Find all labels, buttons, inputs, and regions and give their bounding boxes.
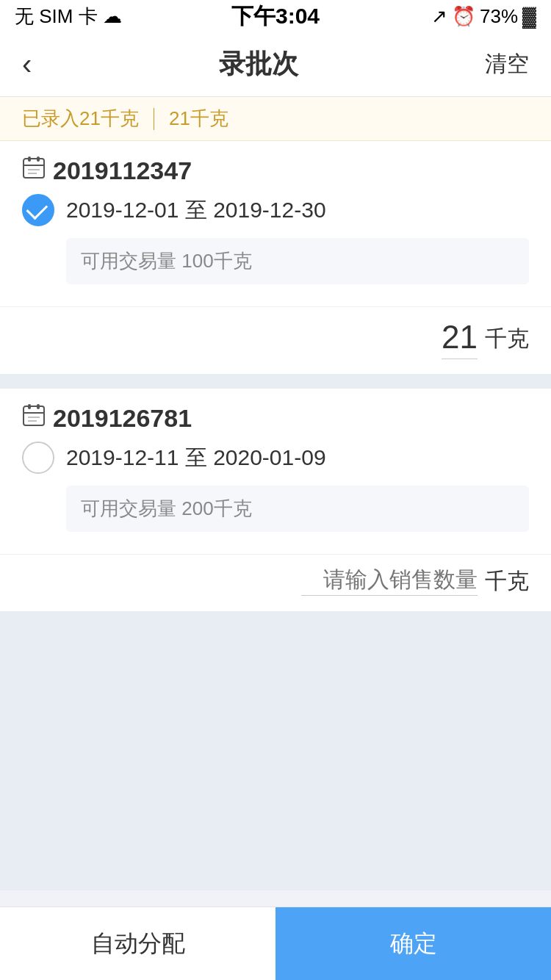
battery-text: 73% — [480, 5, 518, 28]
svg-rect-7 — [28, 404, 31, 409]
batch1-id: 2019112347 — [53, 156, 192, 185]
batch-item-1: 2019112347 2019-12-01 至 2019-12-30 可用交易量… — [0, 141, 551, 306]
batch2-quantity-input[interactable] — [301, 567, 478, 592]
svg-rect-0 — [24, 159, 44, 178]
batch2-id: 2019126781 — [53, 404, 192, 433]
recorded-value: 21千克 — [169, 106, 228, 131]
status-time: 下午3:04 — [231, 1, 320, 32]
batch2-input-row: 千克 — [0, 554, 551, 611]
auto-distribute-button[interactable]: 自动分配 — [0, 907, 276, 980]
alarm-icon: ⏰ — [452, 5, 475, 28]
svg-rect-1 — [28, 156, 31, 162]
info-banner: 已录入21千克 21千克 — [0, 97, 551, 141]
page-title: 录批次 — [219, 46, 298, 82]
batch-item-2: 2019126781 2019-12-11 至 2020-01-09 可用交易量… — [0, 389, 551, 554]
status-bar: 无 SIM 卡 ☁ 下午3:04 ↗ ⏰ 73% ▓ — [0, 0, 551, 32]
gray-content-area — [0, 611, 551, 890]
batch2-available-box: 可用交易量 200千克 — [66, 486, 529, 532]
status-right: ↗ ⏰ 73% ▓ — [431, 5, 536, 28]
batch1-header: 2019112347 — [22, 156, 529, 185]
batch1-amount-row: 21 千克 — [0, 306, 551, 374]
bottom-bar: 自动分配 确定 — [0, 907, 551, 980]
batch1-available: 可用交易量 100千克 — [81, 250, 252, 272]
svg-rect-6 — [24, 406, 44, 425]
batch2-available: 可用交易量 200千克 — [81, 497, 252, 519]
recorded-label: 已录入21千克 — [22, 106, 139, 131]
svg-rect-2 — [37, 156, 40, 162]
batch2-icon — [22, 403, 46, 433]
confirm-label: 确定 — [390, 928, 437, 960]
batch1-unit: 千克 — [485, 324, 529, 354]
auto-distribute-label: 自动分配 — [91, 928, 185, 960]
batch2-date-row[interactable]: 2019-12-11 至 2020-01-09 — [22, 442, 529, 474]
section-separator — [0, 374, 551, 389]
status-left: 无 SIM 卡 ☁ — [15, 4, 122, 29]
banner-divider — [154, 108, 154, 130]
location-icon: ↗ — [431, 5, 447, 28]
batch2-date: 2019-12-11 至 2020-01-09 — [66, 443, 326, 473]
batch2-radio[interactable] — [22, 442, 54, 474]
clear-button[interactable]: 清空 — [485, 49, 529, 79]
batch2-unit: 千克 — [485, 566, 529, 597]
no-sim-text: 无 SIM 卡 ☁ — [15, 4, 122, 29]
svg-rect-8 — [37, 404, 40, 409]
batch2-input-underline[interactable] — [301, 567, 478, 596]
batch1-amount-underline: 21 — [442, 319, 478, 359]
battery-icon: ▓ — [522, 5, 536, 28]
batch1-date: 2019-12-01 至 2019-12-30 — [66, 195, 326, 226]
batch1-amount-value[interactable]: 21 — [442, 319, 478, 355]
batch2-header: 2019126781 — [22, 403, 529, 433]
batch1-radio[interactable] — [22, 194, 54, 226]
nav-bar: ‹ 录批次 清空 — [0, 32, 551, 97]
confirm-button[interactable]: 确定 — [276, 907, 551, 980]
batch1-icon — [22, 156, 46, 185]
batch1-available-box: 可用交易量 100千克 — [66, 238, 529, 284]
batch1-date-row[interactable]: 2019-12-01 至 2019-12-30 — [22, 194, 529, 226]
back-button[interactable]: ‹ — [22, 48, 32, 81]
